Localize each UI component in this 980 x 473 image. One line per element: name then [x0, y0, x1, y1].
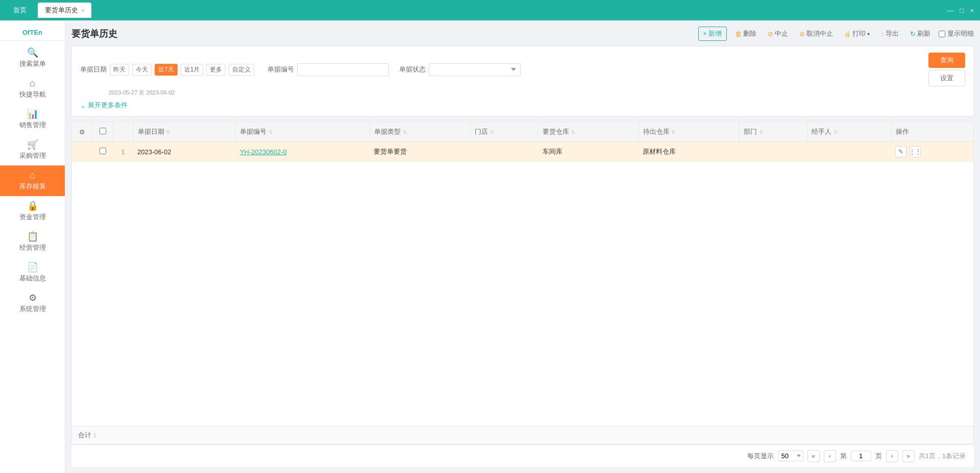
- sort-handler-icon: ⇅: [834, 129, 838, 135]
- sidebar-item-purchase[interactable]: 🛒 采购管理: [0, 135, 65, 165]
- status-field: 单据状态: [399, 63, 524, 76]
- cancel-stop-icon: ⊘: [799, 30, 805, 38]
- data-table: ⚙ 单据日期 ⇅ 单据编号 ⇅: [72, 122, 973, 162]
- th-department-label: 部门: [744, 128, 757, 135]
- date-btn-1month[interactable]: 近1月: [181, 64, 204, 76]
- th-department[interactable]: 部门 ⇅: [739, 122, 807, 142]
- page-size-select[interactable]: 20 50 100: [778, 451, 803, 461]
- table-container: ⚙ 单据日期 ⇅ 单据编号 ⇅: [72, 122, 973, 426]
- last-page-button[interactable]: »: [902, 450, 915, 462]
- sidebar-item-sales[interactable]: 📊 销售管理: [0, 104, 65, 135]
- table-footer: 合计：: [72, 426, 973, 444]
- sidebar-item-label: 搜索菜单: [19, 59, 46, 68]
- first-page-button[interactable]: «: [807, 450, 820, 462]
- date-filters: 昨天 今天 近7天 近1月 更多 自定义: [110, 64, 254, 76]
- page-header: 要货单历史 + 新增 🗑 删除 ⊘ 中止 ⊘ 取消中止 🖨: [71, 27, 974, 41]
- th-date[interactable]: 单据日期 ⇅: [133, 122, 236, 142]
- sidebar-item-finance[interactable]: 🔒 资金管理: [0, 196, 65, 227]
- th-settings[interactable]: ⚙: [72, 122, 92, 142]
- doc-no-link[interactable]: YH-20230602-0: [240, 148, 287, 156]
- operations-icon: 📋: [27, 232, 38, 241]
- settings-button[interactable]: 设置: [928, 70, 965, 86]
- expand-more[interactable]: ⌄ 展开更多条件: [80, 97, 965, 110]
- doc-no-input[interactable]: [297, 63, 389, 76]
- close-tab-icon[interactable]: ×: [81, 7, 84, 13]
- sidebar-item-basic-info[interactable]: 📄 基础信息: [0, 257, 65, 288]
- sort-pending-warehouse-icon: ⇅: [671, 129, 675, 135]
- maximize-icon[interactable]: □: [960, 7, 964, 14]
- sidebar-item-label: 资金管理: [19, 212, 46, 222]
- print-button[interactable]: 🖨 打印 ▾: [841, 27, 873, 40]
- sort-req-warehouse-icon: ⇅: [571, 129, 575, 135]
- doc-no-label: 单据编号: [267, 65, 294, 74]
- td-date: 2023-06-02: [133, 142, 236, 162]
- sales-icon: 📊: [27, 109, 38, 119]
- sidebar-item-label: 基础信息: [19, 274, 46, 283]
- sidebar-item-system[interactable]: ⚙ 系统管理: [0, 288, 65, 319]
- tab-home[interactable]: 首页: [6, 3, 34, 18]
- date-btn-more[interactable]: 更多: [206, 64, 226, 76]
- status-select[interactable]: [429, 63, 521, 76]
- date-label: 单据日期: [80, 65, 107, 74]
- sidebar-item-search-menu[interactable]: 🔍 搜索菜单: [0, 43, 65, 74]
- sidebar-item-inventory[interactable]: ⌂ 库存核算: [0, 165, 65, 196]
- page-label: 第: [840, 452, 847, 461]
- delete-icon: 🗑: [735, 30, 742, 38]
- search-actions: 查询 设置: [928, 53, 965, 86]
- page-number-input[interactable]: [851, 451, 871, 461]
- th-doc-no[interactable]: 单据编号 ⇅: [236, 122, 370, 142]
- th-pending-warehouse[interactable]: 待出仓库 ⇅: [639, 122, 739, 142]
- minimize-icon[interactable]: —: [947, 7, 954, 14]
- row-checkbox[interactable]: [100, 148, 106, 154]
- td-doc-type: 要货单要货: [370, 142, 470, 162]
- sidebar-item-label: 经营管理: [19, 243, 46, 252]
- prev-page-button[interactable]: ‹: [824, 450, 836, 462]
- export-label: 导出: [886, 29, 899, 38]
- delete-label: 删除: [743, 29, 756, 38]
- page-title: 要货单历史: [71, 28, 117, 40]
- pagination-bar: 每页显示 20 50 100 « ‹ 第 页 › » 共1页，1条记录: [71, 444, 974, 467]
- th-actions: 操作: [891, 122, 973, 142]
- search-menu-icon: 🔍: [27, 48, 38, 57]
- date-btn-yesterday[interactable]: 昨天: [110, 64, 129, 76]
- window-controls: — □ ×: [947, 7, 974, 14]
- summary-label: 合计：: [78, 431, 98, 440]
- sidebar-item-label: 采购管理: [19, 151, 46, 160]
- stop-button[interactable]: ⊘ 中止: [765, 27, 791, 40]
- cancel-stop-button[interactable]: ⊘ 取消中止: [796, 27, 836, 40]
- status-label: 单据状态: [399, 65, 426, 74]
- td-actions: ✎ ⋮⋮: [891, 142, 973, 162]
- date-btn-today[interactable]: 今天: [132, 64, 152, 76]
- row-more-button[interactable]: ⋮⋮: [910, 146, 921, 157]
- date-btn-custom[interactable]: 自定义: [229, 64, 254, 76]
- stop-icon: ⊘: [768, 30, 773, 38]
- th-store-label: 门店: [475, 128, 488, 135]
- th-req-warehouse[interactable]: 要货仓库 ⇅: [538, 122, 639, 142]
- show-detail-checkbox[interactable]: [939, 31, 945, 37]
- select-all-checkbox[interactable]: [100, 128, 106, 134]
- query-button[interactable]: 查询: [928, 53, 965, 68]
- new-button[interactable]: + 新增: [698, 27, 726, 41]
- th-handler[interactable]: 经手人 ⇅: [807, 122, 892, 142]
- close-window-icon[interactable]: ×: [970, 7, 974, 14]
- table-row: 1 2023-06-02 YH-20230602-0 要货单要货 车间库 原材料…: [72, 142, 973, 162]
- tab-active[interactable]: 要货单历史 ×: [38, 3, 91, 18]
- th-handler-label: 经手人: [812, 128, 831, 135]
- export-button[interactable]: ↑ 导出: [878, 27, 902, 40]
- sidebar-item-quick-nav[interactable]: ⌂ 快捷导航: [0, 74, 65, 104]
- print-label: 打印: [852, 29, 866, 38]
- th-store[interactable]: 门店 ⇅: [471, 122, 538, 142]
- refresh-button[interactable]: ↻ 刷新: [907, 27, 934, 40]
- delete-button[interactable]: 🗑 删除: [732, 27, 760, 40]
- sidebar-item-operations[interactable]: 📋 经营管理: [0, 227, 65, 257]
- row-edit-button[interactable]: ✎: [895, 146, 906, 157]
- th-doc-no-label: 单据编号: [240, 128, 266, 135]
- expand-label: 展开更多条件: [88, 101, 128, 110]
- th-doc-type-label: 单据类型: [374, 128, 401, 135]
- system-icon: ⚙: [29, 293, 37, 302]
- td-checkbox: [92, 142, 113, 162]
- next-page-button[interactable]: ›: [886, 450, 898, 462]
- date-btn-7days[interactable]: 近7天: [155, 64, 178, 76]
- brand-name: OfTEn: [22, 29, 42, 36]
- th-doc-type[interactable]: 单据类型 ⇅: [370, 122, 470, 142]
